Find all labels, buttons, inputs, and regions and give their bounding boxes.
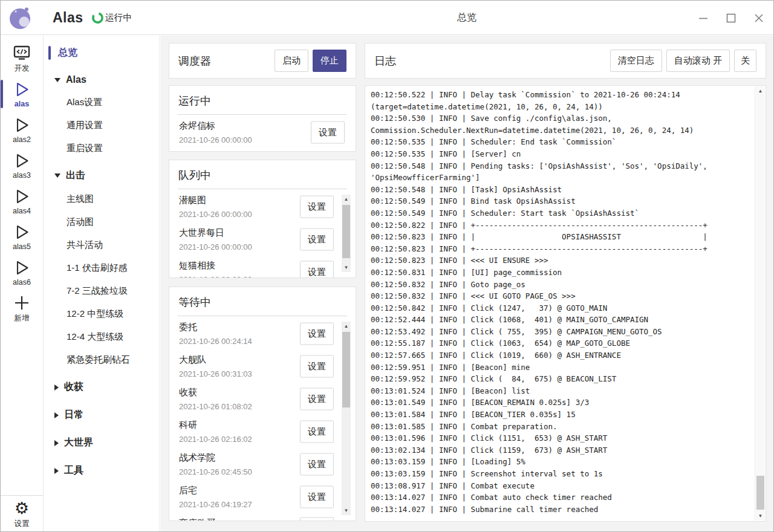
log-line: 00:12:52.444 | INFO | Click (1068, 401) … <box>371 314 749 326</box>
task-setting-button[interactable]: 设置 <box>300 323 334 345</box>
chevron-right-icon <box>54 468 59 474</box>
task-setting-button[interactable]: 设置 <box>311 122 345 144</box>
stop-button[interactable]: 停止 <box>313 50 346 72</box>
chevron-right-icon <box>54 440 59 446</box>
task-setting-button[interactable]: 设置 <box>300 517 334 522</box>
log-line: 00:12:50.831 | INFO | [UI] page_commissi… <box>371 267 749 279</box>
nav-item-紧急委托刷钻石[interactable]: 紧急委托刷钻石 <box>44 349 159 372</box>
sidebar-item-label: 新增 <box>15 313 30 323</box>
task-setting-button[interactable]: 设置 <box>300 388 334 410</box>
log-panel: 00:12:50.522 | INFO | Delay task `Commis… <box>365 85 766 522</box>
nav-item-1-1 伏击刷好感[interactable]: 1-1 伏击刷好感 <box>44 257 159 280</box>
nav-item-label: 工具 <box>64 464 83 477</box>
scroll-down-icon[interactable]: ▼ <box>755 511 766 521</box>
nav-item-活动图[interactable]: 活动图 <box>44 211 159 234</box>
nav-item-重启设置[interactable]: 重启设置 <box>44 137 159 160</box>
sidebar-item-新增[interactable]: 新增 <box>1 290 43 326</box>
window-controls <box>697 1 765 35</box>
nav-item-出击[interactable]: 出击 <box>44 163 159 188</box>
play-icon <box>13 187 31 206</box>
nav-item-label: 紧急委托刷钻石 <box>67 354 130 365</box>
log-line: 00:13:01.584 | INFO | [BEACON_TIER 0.035… <box>371 409 749 421</box>
sidebar-bottom: ⚙ 设置 <box>1 495 43 531</box>
sidebar-item-alas2[interactable]: alas2 <box>1 112 43 148</box>
nav-item-主线图[interactable]: 主线图 <box>44 188 159 211</box>
scroll-up-icon[interactable]: ▲ <box>342 195 351 204</box>
scroll-down-icon[interactable]: ▼ <box>342 263 351 272</box>
log-line: 00:12:59.952 | INFO | Click ( 84, 675) @… <box>371 373 749 385</box>
nav-item-label: Alas <box>66 74 86 85</box>
sidebar-item-label: alas5 <box>13 242 31 251</box>
task-setting-button[interactable]: 设置 <box>300 486 334 508</box>
nav-item-大世界[interactable]: 大世界 <box>44 430 159 455</box>
log-line: 00:12:50.530 | INFO | Save config ./conf… <box>371 112 749 125</box>
minimize-icon[interactable] <box>697 12 709 24</box>
nav-item-收获[interactable]: 收获 <box>44 375 159 400</box>
task-row: 短猫相接2021-10-26 00:00:00设置 <box>169 256 356 278</box>
scroll-up-icon[interactable]: ▲ <box>342 322 351 331</box>
scrollbar-thumb[interactable] <box>342 332 350 407</box>
task-setting-button[interactable]: 设置 <box>300 229 334 251</box>
task-setting-button[interactable]: 设置 <box>300 261 334 279</box>
nav-item-共斗活动[interactable]: 共斗活动 <box>44 234 159 257</box>
nav-item-Alas设置[interactable]: Alas设置 <box>44 91 159 114</box>
nav-item-总览[interactable]: 总览 <box>44 41 159 65</box>
sidebar-item-settings[interactable]: ⚙ 设置 <box>1 496 43 531</box>
nav-item-label: 活动图 <box>67 216 94 227</box>
nav-item-日常[interactable]: 日常 <box>44 403 159 427</box>
pending-scrollbar[interactable]: ▲ ▼ <box>342 195 351 272</box>
task-setting-button[interactable]: 设置 <box>300 453 334 476</box>
task-row: 战术学院2021-10-26 02:45:50设置 <box>169 448 356 481</box>
task-setting-button[interactable]: 设置 <box>300 355 334 378</box>
nav-item-label: 12-2 中型练级 <box>67 308 123 319</box>
log-line: 00:12:55.187 | INFO | Click (1063, 654) … <box>371 337 749 349</box>
waiting-scrollbar[interactable]: ▲ ▼ <box>342 322 351 515</box>
nav-item-label: 收获 <box>64 381 83 394</box>
chevron-down-icon <box>54 174 60 178</box>
scroll-down-icon[interactable]: ▼ <box>342 506 351 515</box>
sidebar-item-开发[interactable]: 开发 <box>1 41 43 76</box>
log-scrollbar[interactable]: ▲ ▼ <box>755 86 765 521</box>
nav-item-7-2 三战捡垃圾[interactable]: 7-2 三战捡垃圾 <box>44 280 159 303</box>
chevron-right-icon <box>54 412 59 418</box>
task-row: 大世界每日2021-10-26 00:00:00设置 <box>169 223 356 256</box>
nav-item-通用设置[interactable]: 通用设置 <box>44 114 159 137</box>
sidebar-item-label: alas <box>15 100 29 108</box>
scrollbar-thumb[interactable] <box>756 476 764 510</box>
nav-item-工具[interactable]: 工具 <box>44 458 159 483</box>
task-setting-button[interactable]: 设置 <box>300 196 334 218</box>
autoscroll-off-button[interactable]: 关 <box>734 50 756 72</box>
close-icon[interactable] <box>753 12 765 24</box>
nav-item-label: Alas设置 <box>67 97 102 107</box>
nav-item-12-4 大型练级[interactable]: 12-4 大型练级 <box>44 326 159 349</box>
sidebar-item-alas3[interactable]: alas3 <box>1 148 43 183</box>
log-line: 00:13:14.027 | INFO | Combat auto check … <box>371 491 749 504</box>
play-icon <box>13 115 31 135</box>
log-line: 00:12:50.549 | INFO | Bind task OpsiAshA… <box>371 195 749 207</box>
sidebar-item-alas[interactable]: alas <box>1 76 43 112</box>
scroll-up-icon[interactable]: ▲ <box>755 86 766 96</box>
maximize-icon[interactable] <box>725 12 737 24</box>
task-setting-button[interactable]: 设置 <box>300 421 334 443</box>
log-line: Commission.Scheduler.NextRun=datetime.da… <box>371 125 749 137</box>
start-button[interactable]: 启动 <box>275 50 308 72</box>
task-time: 2021-10-26 00:00:00 <box>179 275 298 278</box>
log-line: 00:12:50.548 | INFO | Pending tasks: ['O… <box>371 160 749 172</box>
log-lines: 00:12:50.522 | INFO | Delay task `Commis… <box>371 89 749 519</box>
clear-log-button[interactable]: 清空日志 <box>610 50 662 72</box>
scrollbar-thumb[interactable] <box>342 205 350 258</box>
play-icon <box>13 80 31 99</box>
autoscroll-on-button[interactable]: 自动滚动 开 <box>666 50 730 72</box>
sidebar-item-label: alas6 <box>13 278 31 287</box>
task-time: 2021-10-26 00:31:03 <box>179 369 298 378</box>
nav-item-Alas[interactable]: Alas <box>44 68 159 91</box>
waiting-title: 等待中 <box>169 287 356 316</box>
log-line: 00:13:01.585 | INFO | Combat preparation… <box>371 421 749 433</box>
scheduler-column: 调度器 启动 停止 运行中 余烬信标2021-10-26 00:00:00设置 … <box>169 43 356 521</box>
sidebar-item-alas6[interactable]: alas6 <box>1 255 43 290</box>
log-line: 00:12:50.823 | INFO | | OPSIASHASSIST | <box>371 231 749 243</box>
app-window: Alas 运行中 总览 开发alasalas2alas3alas4alas5al… <box>0 0 774 532</box>
nav-item-12-2 中型练级[interactable]: 12-2 中型练级 <box>44 303 159 326</box>
sidebar-item-alas5[interactable]: alas5 <box>1 219 43 255</box>
sidebar-item-alas4[interactable]: alas4 <box>1 183 43 219</box>
